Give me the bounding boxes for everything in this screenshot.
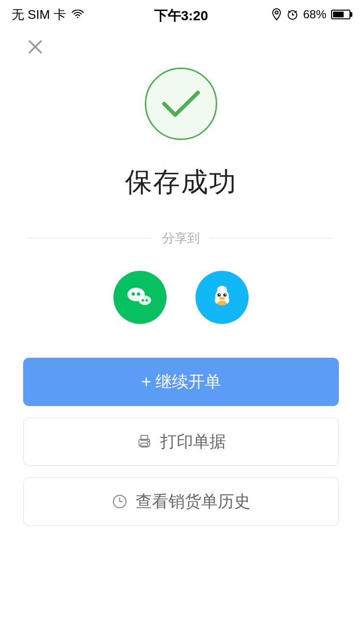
- wifi-icon: [71, 10, 84, 19]
- print-icon: [136, 434, 153, 450]
- success-title: 保存成功: [125, 164, 237, 201]
- status-right: 68%: [271, 8, 350, 21]
- continue-order-label: 继续开单: [155, 371, 221, 393]
- close-icon: [27, 38, 44, 56]
- qq-logo-icon: [207, 282, 237, 313]
- battery-percent: 68%: [303, 8, 326, 21]
- svg-point-18: [217, 286, 227, 294]
- qq-share-button[interactable]: [195, 271, 249, 324]
- status-bar: 无 SIM 卡 下午3:20 68%: [0, 0, 362, 29]
- success-circle: [145, 68, 217, 140]
- action-buttons: + 继续开单 打印单据 查看销货单历史: [0, 358, 362, 526]
- svg-point-8: [142, 299, 144, 302]
- svg-point-15: [219, 294, 220, 295]
- share-label: 分享到: [153, 230, 209, 247]
- share-icons-row: [113, 271, 249, 324]
- svg-point-13: [218, 294, 221, 297]
- alarm-icon: [287, 9, 298, 20]
- continue-order-button[interactable]: + 继续开单: [23, 358, 339, 406]
- divider-right: [209, 238, 333, 238]
- print-button[interactable]: 打印单据: [23, 418, 339, 466]
- status-time: 下午3:20: [154, 7, 208, 25]
- main-content: 保存成功 分享到: [0, 29, 362, 526]
- svg-point-6: [137, 293, 140, 296]
- status-left: 无 SIM 卡: [12, 6, 84, 23]
- print-label: 打印单据: [160, 431, 226, 453]
- continue-plus-icon: +: [141, 372, 151, 392]
- svg-point-0: [275, 11, 278, 14]
- location-icon: [271, 8, 282, 21]
- divider-left: [29, 238, 153, 238]
- carrier-text: 无 SIM 卡: [12, 6, 66, 23]
- svg-point-9: [146, 299, 148, 302]
- svg-point-19: [217, 301, 227, 306]
- svg-point-23: [147, 441, 149, 443]
- share-divider: 分享到: [0, 230, 362, 247]
- svg-point-16: [225, 294, 226, 295]
- history-label: 查看销货单历史: [136, 490, 251, 513]
- svg-point-14: [223, 294, 227, 297]
- battery-icon: [331, 10, 350, 19]
- checkmark-icon: [162, 89, 200, 118]
- view-history-button[interactable]: 查看销货单历史: [23, 477, 339, 526]
- svg-point-7: [139, 295, 151, 305]
- svg-point-5: [132, 293, 135, 296]
- history-icon: [111, 493, 128, 510]
- svg-point-17: [219, 297, 225, 300]
- wechat-share-button[interactable]: [113, 271, 167, 324]
- wechat-logo-icon: [125, 282, 155, 313]
- close-button[interactable]: [23, 35, 47, 59]
